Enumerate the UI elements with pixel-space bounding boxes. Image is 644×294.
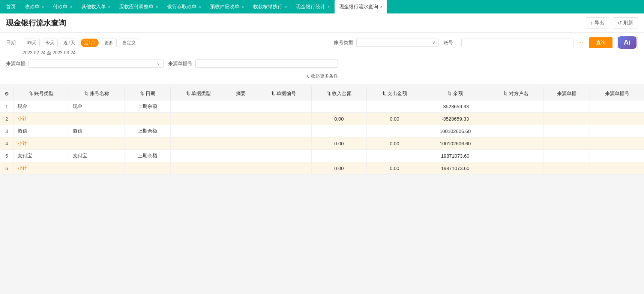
account-label: 账号 <box>443 39 458 46</box>
nav-close-receipt[interactable]: × <box>42 4 44 9</box>
source-doc-label: 来源单据 <box>6 60 26 67</box>
data-table: ⚙ ⇅ 账号类型 ⇅ 账号名称 ⇅ 日期 ⇅ 单据类型 摘要 ⇅ <box>0 87 644 175</box>
refresh-label: 刷新 <box>623 19 633 26</box>
th-counterpart: ⇅ 对方户名 <box>488 87 544 100</box>
table-row[interactable]: 3微信微信上期余额100102606.60 <box>0 125 644 137</box>
nav-close-bank-deposit[interactable]: × <box>199 4 201 9</box>
nav-close-payment[interactable]: × <box>70 4 72 9</box>
date-btn-today[interactable]: 今天 <box>42 39 58 47</box>
th-source-doc-label: 来源单据 <box>557 91 576 96</box>
nav-label-collection: 收款核销执行 <box>253 3 282 10</box>
data-table-container: ⚙ ⇅ 账号类型 ⇅ 账号名称 ⇅ 日期 ⇅ 单据类型 摘要 ⇅ <box>0 87 644 175</box>
nav-item-home[interactable]: 首页 <box>2 0 20 13</box>
table-row[interactable]: 4小计0.000.00100102606.60 <box>0 137 644 150</box>
table-row[interactable]: 1现金现金上期余额-3528659.33 <box>0 100 644 113</box>
th-expense[interactable]: ⇅ 支出金额 <box>367 87 422 100</box>
account-input[interactable] <box>461 39 574 47</box>
refresh-icon: ↺ <box>618 20 622 26</box>
th-account-type-label: ⇅ 账号类型 <box>29 91 54 96</box>
nav-item-advance[interactable]: 预收冲应收单 × <box>206 0 248 13</box>
nav-label-bank-deposit: 银行存取款单 <box>167 3 197 10</box>
nav-close-other-income[interactable]: × <box>108 4 110 9</box>
refresh-button[interactable]: ↺ 刷新 <box>613 17 638 28</box>
nav-item-ar-ap[interactable]: 应收应付调整单 × <box>115 0 162 13</box>
nav-close-advance[interactable]: × <box>242 4 244 9</box>
filter-row-1: 日期 昨天 今天 近7天 近1月 更多 自定义 账号类型 ∨ 账号 ··· 查询… <box>6 37 638 48</box>
th-expense-label: ⇅ 支出金额 <box>382 91 407 96</box>
nav-close-collection[interactable]: × <box>285 4 287 9</box>
header-actions: ↑ 导出 ↺ 刷新 <box>586 17 638 28</box>
account-filter-group: 账号 ··· <box>443 39 585 47</box>
date-label: 日期 <box>6 39 21 46</box>
export-label: 导出 <box>594 19 604 26</box>
date-options: 昨天 今天 近7天 近1月 更多 自定义 <box>24 39 139 47</box>
date-btn-yesterday[interactable]: 昨天 <box>24 39 40 47</box>
collapse-row[interactable]: ∧ 收起更多条件 <box>6 72 638 81</box>
account-type-chevron: ∨ <box>432 40 435 45</box>
th-income[interactable]: ⇅ 收入金额 <box>311 87 367 100</box>
nav-item-bank-deposit[interactable]: 银行存取款单 × <box>163 0 206 13</box>
th-source-doc-num-label: 来源单据号 <box>605 91 629 96</box>
nav-label-ar-ap: 应收应付调整单 <box>119 3 153 10</box>
nav-item-payment[interactable]: 付款单 × <box>48 0 77 13</box>
th-doc-type[interactable]: ⇅ 单据类型 <box>171 87 226 100</box>
nav-item-cash-bank-flow[interactable]: 现金银行流水查询 × <box>335 0 387 13</box>
source-doc-num-input[interactable] <box>195 59 338 68</box>
nav-item-collection[interactable]: 收款核销执行 × <box>249 0 291 13</box>
source-doc-num-filter-group: 来源单据号 <box>168 59 338 68</box>
account-type-select[interactable]: ∨ <box>356 39 439 47</box>
table-body: 1现金现金上期余额-3528659.332小计0.000.00-3528659.… <box>0 100 644 175</box>
account-type-label: 账号类型 <box>334 39 353 46</box>
source-doc-select[interactable]: ∨ <box>29 60 164 68</box>
nav-label-advance: 预收冲应收单 <box>210 3 239 10</box>
table-row[interactable]: 6小计0.000.0019871073.60 <box>0 162 644 175</box>
th-balance[interactable]: ⇅ 余额 <box>422 87 488 100</box>
th-source-doc: 来源单据 <box>543 87 590 100</box>
date-btn-more[interactable]: 更多 <box>101 39 117 47</box>
th-date[interactable]: ⇅ 日期 <box>125 87 171 100</box>
th-account-type[interactable]: ⇅ 账号类型 <box>14 87 69 100</box>
th-income-label: ⇅ 收入金额 <box>327 91 352 96</box>
page-title: 现金银行流水查询 <box>6 18 66 28</box>
ai-label: Ai <box>624 39 630 46</box>
nav-item-other-income[interactable]: 其他收入单 × <box>77 0 115 13</box>
nav-label-home: 首页 <box>6 3 16 10</box>
date-btn-custom[interactable]: 自定义 <box>119 39 139 47</box>
ai-badge[interactable]: Ai <box>618 36 636 49</box>
th-source-doc-num: 来源单据号 <box>590 87 644 100</box>
nav-item-receipt[interactable]: 收款单 × <box>20 0 48 13</box>
account-type-filter-group: 账号类型 ∨ <box>334 39 439 47</box>
nav-close-cash-bank-stats[interactable]: × <box>327 4 330 9</box>
date-btn-1month[interactable]: 近1月 <box>81 39 99 47</box>
nav-label-other-income: 其他收入单 <box>81 3 106 10</box>
table-row[interactable]: 2小计0.000.00-3528659.33 <box>0 113 644 125</box>
account-ellipsis[interactable]: ··· <box>577 39 585 46</box>
table-row[interactable]: 5支付宝支付宝上期余额19871073.60 <box>0 150 644 162</box>
query-button[interactable]: 查询 <box>589 37 612 48</box>
date-btn-7days[interactable]: 近7天 <box>60 39 78 47</box>
nav-label-receipt: 收款单 <box>25 3 39 10</box>
table-header-row: ⚙ ⇅ 账号类型 ⇅ 账号名称 ⇅ 日期 ⇅ 单据类型 摘要 ⇅ <box>0 87 644 100</box>
nav-close-ar-ap[interactable]: × <box>156 4 158 9</box>
top-navigation: 首页 收款单 × 付款单 × 其他收入单 × 应收应付调整单 × 银行存取款单 … <box>0 0 644 13</box>
nav-label-payment: 付款单 <box>53 3 68 10</box>
source-doc-num-label: 来源单据号 <box>168 60 192 67</box>
date-range-display: 2023-02-24 至 2023-03-24 <box>23 50 75 55</box>
page-header: 现金银行流水查询 ↑ 导出 ↺ 刷新 <box>0 13 644 33</box>
filter-area: 日期 昨天 今天 近7天 近1月 更多 自定义 账号类型 ∨ 账号 ··· 查询… <box>0 33 644 84</box>
collapse-label: 收起更多条件 <box>311 73 338 79</box>
export-button[interactable]: ↑ 导出 <box>586 17 609 28</box>
nav-close-cash-bank-flow[interactable]: × <box>380 4 383 9</box>
collapse-icon: ∧ <box>306 74 309 79</box>
th-date-label: ⇅ 日期 <box>140 91 155 96</box>
settings-gear-icon: ⚙ <box>5 91 9 97</box>
filter-row-2: 来源单据 ∨ 来源单据号 <box>6 59 638 68</box>
th-account-name[interactable]: ⇅ 账号名称 <box>69 87 125 100</box>
th-doc-number-label: ⇅ 单据编号 <box>271 91 296 96</box>
date-filter-group: 日期 昨天 今天 近7天 近1月 更多 自定义 <box>6 39 139 47</box>
th-settings[interactable]: ⚙ <box>0 87 14 100</box>
nav-item-cash-bank-stats[interactable]: 现金银行统计 × <box>291 0 334 13</box>
th-balance-label: ⇅ 余额 <box>447 91 463 96</box>
th-doc-type-label: ⇅ 单据类型 <box>186 91 211 96</box>
export-icon: ↑ <box>591 20 593 26</box>
